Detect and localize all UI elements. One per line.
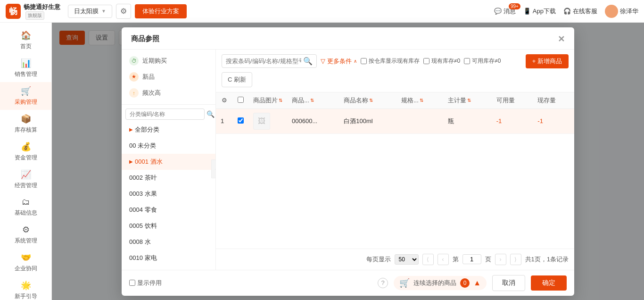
cat-item-tea[interactable]: 0002 茶叶	[122, 170, 215, 186]
cart-label: 连续选择的商品	[413, 279, 456, 287]
td-spec	[396, 108, 443, 133]
cat-item-uncategorized[interactable]: 00 未分类	[122, 138, 215, 154]
panel-collapse-button[interactable]: ‹	[211, 159, 216, 178]
filter-bar: 🔍 ▽ 更多条件 ∧ 按仓库显示现有库存	[216, 50, 574, 92]
checkbox-by-warehouse[interactable]	[361, 58, 367, 64]
product-table-area: ⚙ 商品图片 ⇅	[216, 92, 574, 249]
sidebar-label-business: 经营管理	[15, 182, 37, 190]
category-search-icon[interactable]: 🔍	[206, 110, 215, 118]
sidebar-item-collab[interactable]: 🤝 企业协同	[0, 249, 51, 276]
last-page-button[interactable]: ⟩	[510, 254, 521, 265]
modal-title: 商品参照	[131, 34, 159, 43]
sidebar-item-system[interactable]: ⚙ 系统管理	[0, 221, 51, 249]
inventory-icon: 📦	[21, 114, 31, 124]
sidebar-item-inventory[interactable]: 📦 库存核算	[0, 110, 51, 138]
sidebar-item-guide[interactable]: 🌟 新手引导	[0, 276, 51, 300]
show-disabled-label[interactable]: 显示停用	[129, 279, 162, 287]
check-stock-nonzero[interactable]: 现有库存≠0	[423, 57, 460, 65]
product-search-input[interactable]	[226, 58, 301, 65]
show-disabled-checkbox[interactable]	[129, 280, 135, 286]
trial-button[interactable]: 体验行业方案	[135, 4, 187, 18]
gear-button[interactable]: ⚙	[116, 4, 131, 19]
cat-item-all[interactable]: ▶ 全部分类	[122, 122, 215, 138]
quick-filters: ⏱ 近期购买 ★ 新品 ↑ 频次高	[122, 53, 215, 105]
td-name: 白酒100ml	[339, 108, 396, 133]
cancel-button[interactable]: 取消	[492, 275, 525, 291]
modal-overlay: 商品参照 ✕ ⏱ 近期购买 ★ 新品	[52, 23, 644, 300]
cat-item-water[interactable]: 0008 水	[122, 234, 215, 250]
app-download-btn[interactable]: 📱 App下载	[523, 7, 556, 16]
cart-collapse-button[interactable]: ▲	[473, 279, 481, 287]
sort-image-icon: ⇅	[279, 98, 282, 103]
store-selector[interactable]: 日太阳膜 ▼	[68, 5, 112, 18]
table-settings-icon[interactable]: ⚙	[222, 97, 227, 104]
prev-page-button[interactable]: ‹	[438, 254, 449, 265]
td-checkbox	[233, 108, 248, 133]
headset-icon: 🎧	[563, 8, 571, 15]
add-product-button[interactable]: + 新增商品	[526, 54, 569, 68]
th-spec: 规格... ⇅	[396, 92, 443, 109]
sidebar-item-sales[interactable]: 📊 销售管理	[0, 54, 51, 82]
check-by-warehouse[interactable]: 按仓库显示现有库存	[361, 57, 420, 65]
category-search-input[interactable]	[125, 108, 205, 120]
select-all-checkbox[interactable]	[238, 97, 244, 103]
category-list: ▶ 全部分类 00 未分类 ▶ 0001 酒水 0002 茶	[122, 122, 215, 266]
td-unit: 瓶	[443, 108, 491, 133]
confirm-button[interactable]: 确定	[531, 275, 567, 291]
cat-item-fruit[interactable]: 0003 水果	[122, 186, 215, 202]
avatar	[605, 5, 618, 18]
prev-page-icon: ‹	[442, 256, 444, 263]
cat-item-drink[interactable]: 0005 饮料	[122, 218, 215, 234]
collab-icon: 🤝	[21, 252, 31, 263]
cat-item-snack[interactable]: 0004 零食	[122, 202, 215, 218]
help-icon-button[interactable]: ?	[378, 278, 388, 288]
sidebar-item-home[interactable]: 🏠 首页	[0, 26, 51, 54]
checkbox-avail-nonzero[interactable]	[464, 58, 470, 64]
cat-arrow-liquor: ▶	[129, 159, 133, 164]
page-prefix-label: 第	[453, 255, 459, 264]
quick-filter-new[interactable]: ★ 新品	[125, 69, 212, 84]
td-row-num: 1	[216, 108, 233, 133]
cat-item-appliance[interactable]: 0010 家电	[122, 250, 215, 266]
service-btn[interactable]: 🎧 在线客服	[563, 7, 597, 16]
modal-header: 商品参照 ✕	[122, 27, 574, 50]
sidebar-item-purchase[interactable]: 🛒 采购管理	[0, 82, 51, 110]
last-page-icon: ⟩	[514, 256, 517, 263]
product-search-box: 🔍	[222, 54, 317, 68]
filter-more-btn[interactable]: ▽ 更多条件 ∧	[321, 57, 357, 66]
dropdown-icon: ▼	[101, 8, 106, 14]
quick-filter-recent-label: 近期购买	[142, 57, 167, 65]
purchase-icon: 🛒	[21, 86, 31, 96]
quick-filter-freq[interactable]: ↑ 频次高	[125, 85, 212, 100]
per-page-select[interactable]: 50 100 200	[395, 254, 419, 265]
checkbox-stock-nonzero[interactable]	[423, 58, 429, 64]
sidebar-item-finance[interactable]: 💰 资金管理	[0, 138, 51, 166]
search-icon[interactable]: 🔍	[303, 57, 313, 66]
quick-filter-recent[interactable]: ⏱ 近期购买	[125, 53, 212, 68]
username: 徐泽华	[620, 7, 638, 16]
th-code: 商品... ⇅	[287, 92, 339, 109]
sidebar-item-business[interactable]: 📈 经营管理	[0, 166, 51, 193]
modal-close-button[interactable]: ✕	[558, 34, 565, 44]
table-row[interactable]: 1 🖼 000600...	[216, 108, 574, 133]
filter-more-label: 更多条件	[327, 57, 352, 66]
first-page-button[interactable]: ⟨	[422, 254, 434, 265]
check-avail-nonzero[interactable]: 可用库存≠0	[464, 57, 501, 65]
th-avail: 可用量	[492, 92, 533, 109]
row-checkbox[interactable]	[238, 117, 244, 124]
notif-badge: 99+	[509, 3, 520, 9]
sidebar-label-guide: 新手引导	[15, 292, 37, 300]
logo-text: 畅捷通好生意	[24, 3, 60, 11]
per-page-label: 每页显示	[366, 255, 391, 264]
total-info: 共1页，1条记录	[525, 255, 569, 264]
next-page-icon: ›	[500, 256, 502, 263]
refresh-button[interactable]: C 刷新	[222, 72, 252, 87]
sidebar-label-inventory: 库存核算	[15, 126, 37, 134]
cart-icon: 🛒	[399, 278, 410, 288]
page-number-input[interactable]	[462, 254, 481, 264]
user-area[interactable]: 徐泽华	[605, 5, 638, 18]
notification-area[interactable]: 💬 消息 99+	[494, 7, 516, 16]
sidebar-item-basic-info[interactable]: 🗂 基础信息	[0, 193, 51, 221]
next-page-button[interactable]: ›	[495, 254, 506, 265]
cat-item-liquor[interactable]: ▶ 0001 酒水	[122, 154, 215, 170]
